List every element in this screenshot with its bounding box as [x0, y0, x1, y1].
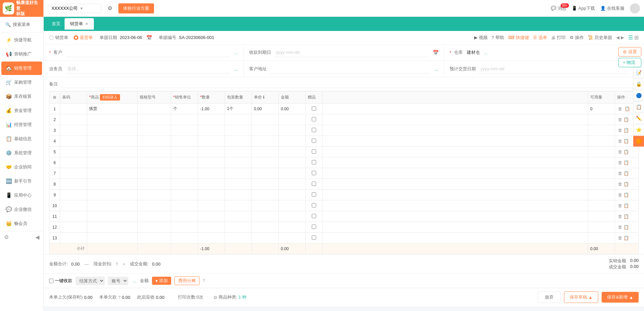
sidebar-item-purchase[interactable]: 🛒 采购管理 — [1, 76, 42, 89]
delete-icon[interactable]: 🗑 — [618, 182, 622, 187]
logistics-button[interactable]: + 物流 — [618, 58, 641, 67]
history-link[interactable]: 📜 历史单据 — [588, 35, 612, 41]
radio-sales-order[interactable]: 销货单 — [49, 35, 68, 41]
company-selector[interactable]: XXXXXX公司 ▼ — [48, 4, 102, 13]
product-type-item[interactable]: ⊙ 商品种类: 1 种 — [214, 294, 247, 300]
sidebar-item-sales[interactable]: 🏠 销售管理 — [1, 62, 42, 75]
online-service-item[interactable]: 👤 在线客服 — [600, 5, 624, 11]
float-btn-4[interactable]: 📋 — [633, 102, 644, 112]
copy-icon[interactable]: 📋 — [623, 235, 629, 240]
delete-icon[interactable]: 🗑 — [618, 235, 622, 240]
sidebar-item-member[interactable]: 👑 畅会员 — [1, 217, 42, 230]
float-btn-5[interactable]: ✏️ — [633, 113, 644, 124]
delete-icon-1[interactable]: 🗑 — [618, 106, 622, 111]
sidebar-item-newbie[interactable]: 🆕 新手引导 — [1, 174, 42, 188]
copy-icon[interactable]: 📋 — [623, 139, 629, 144]
qty-1[interactable]: -1.00 — [198, 104, 225, 114]
expense-split-button[interactable]: 费用分摊 — [175, 276, 199, 285]
help-circle-icon[interactable]: ? — [116, 262, 118, 267]
gift-1[interactable] — [306, 104, 323, 114]
account-select[interactable]: 账号 — [108, 277, 128, 285]
copy-icon[interactable]: 📋 — [623, 182, 629, 187]
customer-addr-input[interactable] — [269, 64, 430, 74]
prev-arrow[interactable]: ◀ — [616, 35, 619, 40]
float-btn-7[interactable]: 🟠 — [633, 136, 644, 147]
copy-icon[interactable]: 📋 — [623, 171, 629, 176]
grid-view-icon[interactable]: ⊞ — [634, 34, 639, 41]
unit-price-1[interactable]: 0.00 — [252, 104, 279, 114]
collapse-icon[interactable]: ◀ — [35, 234, 39, 240]
select-link[interactable]: ☰ 选单 — [533, 35, 547, 41]
list-view-icon[interactable]: ☰ — [628, 34, 633, 41]
float-btn-6[interactable]: ⭐ — [633, 124, 644, 135]
copy-icon-1[interactable]: 📋 — [624, 106, 630, 111]
spec-1[interactable] — [138, 104, 171, 114]
delete-icon[interactable]: 🗑 — [618, 160, 622, 165]
sidebar-item-basic[interactable]: 📋 基础信息 — [1, 132, 42, 146]
delete-icon[interactable]: 🗑 — [618, 214, 622, 219]
delete-icon[interactable]: 🗑 — [618, 139, 622, 144]
gear-button[interactable]: ⚙ — [105, 3, 115, 13]
next-arrow[interactable]: ▶ — [621, 35, 624, 40]
calendar-icon[interactable]: 📅 — [146, 35, 152, 40]
expense-help-icon[interactable]: ? — [203, 278, 205, 283]
delete-icon[interactable]: 🗑 — [618, 203, 622, 208]
quick-pay-check[interactable] — [49, 279, 53, 283]
copy-icon[interactable]: 📋 — [623, 160, 629, 165]
app-download-item[interactable]: 📱 App下载 — [572, 5, 595, 11]
customer-input[interactable] — [66, 48, 230, 57]
copy-icon[interactable]: 📋 — [623, 128, 629, 133]
due-date-calendar-icon[interactable]: 📅 — [433, 50, 439, 55]
tab-home[interactable]: 首页 — [48, 18, 65, 30]
salesperson-more-icon[interactable]: ... — [234, 67, 238, 72]
float-btn-1[interactable]: 📝 — [633, 67, 644, 78]
th-settings[interactable]: ⚙ — [49, 91, 60, 104]
settings-icon[interactable]: ⚙ — [4, 234, 9, 240]
save-draft-button[interactable]: 保存草稿 ▲ — [564, 291, 599, 303]
sidebar-item-marketing[interactable]: 📢 营销推广 — [1, 47, 42, 61]
tab-sales-order[interactable]: 销货单 ✕ — [65, 18, 94, 30]
delete-icon[interactable]: 🗑 — [618, 192, 622, 197]
help-link[interactable]: ? 帮助 — [492, 35, 504, 41]
sidebar-item-quick-nav[interactable]: ⚡ 快捷导航 — [1, 33, 42, 47]
operation-link[interactable]: ⚙ 操作 — [570, 35, 584, 41]
copy-icon[interactable]: 📋 — [623, 203, 629, 208]
scan-btn[interactable]: 扫码录入 — [100, 94, 120, 101]
sidebar-item-appcenter[interactable]: 📱 应用中心 — [1, 189, 42, 202]
delete-icon[interactable]: 🗑 — [618, 225, 622, 230]
shortcut-link[interactable]: ⌨ 快捷键 — [508, 35, 529, 41]
help-circle-2[interactable]: ? — [118, 295, 120, 300]
copy-icon[interactable]: 📋 — [623, 225, 629, 230]
message-item[interactable]: 💬 消息 99+ — [551, 5, 566, 11]
quick-pay-checkbox[interactable]: 一键收款 — [49, 278, 72, 284]
account-dots-icon[interactable]: ... — [133, 278, 137, 283]
search-menu-item[interactable]: 🔍 搜索菜单 — [3, 20, 41, 30]
salesperson-input[interactable] — [65, 64, 230, 74]
delivery-date-input[interactable] — [479, 64, 629, 74]
trial-button[interactable]: 体验行业方案 — [118, 3, 154, 13]
sidebar-item-enterprise[interactable]: 🤝 企业协同 — [1, 160, 42, 174]
customer-more-icon[interactable]: ... — [234, 50, 238, 55]
settings-button[interactable]: ⚙ 设置 — [618, 47, 641, 56]
delete-icon[interactable]: 🗑 — [618, 149, 622, 154]
float-btn-3[interactable]: 🔵 — [633, 90, 644, 101]
discard-button[interactable]: 放弃 — [538, 291, 561, 303]
barcode-1[interactable] — [60, 104, 87, 114]
video-link[interactable]: ▶ 视频 — [474, 35, 488, 41]
sidebar-item-wecom[interactable]: 💬 企业微信 — [1, 203, 42, 216]
add-payment-button[interactable]: ● 添加 — [152, 277, 171, 285]
print-link[interactable]: 🖨 打印 — [551, 35, 566, 41]
delete-icon[interactable]: 🗑 — [618, 171, 622, 176]
avatar[interactable] — [630, 3, 640, 13]
copy-icon[interactable]: 📋 — [623, 192, 629, 197]
sidebar-item-inventory[interactable]: 📦 库存核算 — [1, 90, 42, 103]
sidebar-item-finance[interactable]: 💰 资金管理 — [1, 104, 42, 117]
save-new-button[interactable]: 保存&新增 ▲ — [602, 292, 639, 303]
sidebar-item-system[interactable]: ⚙️ 系统管理 — [1, 146, 42, 160]
copy-icon[interactable]: 📋 — [623, 117, 629, 122]
radio-return-order[interactable]: 退货单 — [74, 35, 93, 41]
tab-close-icon[interactable]: ✕ — [85, 22, 88, 26]
amount-1[interactable]: 0.00 — [279, 104, 306, 114]
notes-input[interactable] — [62, 80, 639, 88]
due-date-input[interactable] — [274, 48, 428, 57]
